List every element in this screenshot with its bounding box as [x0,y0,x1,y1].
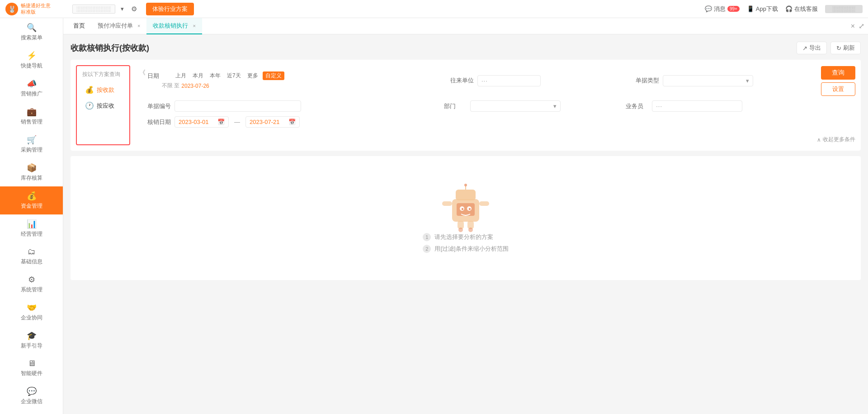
query-by-receivable[interactable]: 🕐 按应收 [82,100,124,112]
dropdown-icon[interactable]: ▾ [121,5,124,12]
app-download-button[interactable]: 📱 App下载 [747,5,778,13]
tab-writeoff[interactable]: 收款核销执行 × [146,18,202,34]
topbar: 🐰 畅捷通好生意 标准版 ░░░░░░░░░ ▾ ⚙ 体验行业方案 💬 消息 9… [0,0,868,18]
sidebar-item-smart-hardware[interactable]: 🖥 智能硬件 [0,354,63,382]
svg-point-13 [458,228,463,232]
svg-point-14 [468,228,473,232]
filter-row-3: 核销日期 2023-03-01 📅 — 2023-07-21 📅 [147,116,855,128]
calendar-icon-start: 📅 [217,119,225,125]
voucher-type-select[interactable]: ▾ [663,75,753,86]
action-buttons: 查询 设置 [821,66,855,96]
refresh-button[interactable]: ↻ 刷新 [830,42,861,54]
calendar-icon-end: 📅 [288,119,296,125]
date-label: 日期 [147,72,170,80]
layout: 🔍 搜索菜单 ⚡ 快捷导航 📣 营销推广 💼 销售管理 🛒 采购管理 📦 库存核… [0,0,868,414]
sidebar: 🔍 搜索菜单 ⚡ 快捷导航 📣 营销推广 💼 销售管理 🛒 采购管理 📦 库存核… [0,18,63,414]
robot-illustration [439,183,493,233]
svg-point-8 [464,184,467,186]
receivable-icon: 🕐 [85,101,94,110]
salesperson-select[interactable]: ··· [652,100,742,112]
headset-icon: 🎧 [785,5,793,12]
sidebar-item-inventory[interactable]: 📦 库存核算 [0,158,63,186]
handshake-icon: 🤝 [27,303,37,313]
sidebar-item-basic-info[interactable]: 🗂 基础信息 [0,243,63,270]
page-content: 收款核销执行(按收款) ↗ 导出 ↻ 刷新 按以下方案查询 [63,34,868,414]
tab-prepay[interactable]: 预付冲应付单 × [91,18,146,34]
logo-icon: 🐰 [5,3,18,15]
tab-close-prepay[interactable]: × [137,23,140,29]
window-close-button[interactable]: × [851,22,855,30]
sidebar-item-sales[interactable]: 💼 销售管理 [0,102,63,130]
export-icon: ↗ [802,45,807,52]
app-name-selector[interactable]: ░░░░░░░░░ [72,5,115,14]
settings-gear-icon[interactable]: ⚙ [131,5,137,13]
tabs-end: × ⤢ [851,22,864,30]
sidebar-item-capital[interactable]: 💰 资金管理 [0,186,63,214]
sidebar-item-label: 企业微信 [21,398,42,405]
date-shortcuts: 上月 本月 本年 近7天 更多 自定义 [174,71,284,80]
sidebar-item-purchase[interactable]: 🛒 采购管理 [0,130,63,158]
sidebar-item-search[interactable]: 🔍 搜索菜单 [0,18,63,46]
this-year-shortcut[interactable]: 本年 [208,71,222,80]
sidebar-item-system[interactable]: ⚙ 系统管理 [0,270,63,298]
query-button[interactable]: 查询 [821,66,855,80]
sidebar-item-quick-nav[interactable]: ⚡ 快捷导航 [0,46,63,74]
page-actions: ↗ 导出 ↻ 刷新 [797,42,861,54]
svg-rect-1 [457,203,475,216]
more-dates-shortcut[interactable]: 更多 [245,71,260,80]
megaphone-icon: 📣 [27,79,37,89]
query-type-panel: 按以下方案查询 💰 按收款 🕐 按应收 [76,65,130,145]
this-month-shortcut[interactable]: 本月 [191,71,205,80]
query-by-receipt[interactable]: 💰 按收款 [82,84,124,96]
svg-rect-6 [456,190,476,200]
messages-button[interactable]: 💬 消息 99+ [705,5,740,13]
sidebar-item-vip[interactable]: V 畅会员 [0,410,63,414]
setting-button[interactable]: 设置 [821,82,855,96]
sidebar-item-wechat[interactable]: 💬 企业微信 [0,382,63,410]
collapse-query-button[interactable]: 《 [137,67,147,79]
tabs-bar: 首页 预付冲应付单 × 收款核销执行 × × ⤢ [63,18,868,34]
empty-tip-2: 2 用[过滤]条件来缩小分析范围 [423,245,508,253]
last-7days-shortcut[interactable]: 近7天 [225,71,243,80]
last-month-shortcut[interactable]: 上月 [174,71,188,80]
monitor-icon: 🖥 [28,359,36,368]
message-label: 消息 [714,5,726,13]
svg-rect-9 [442,201,452,206]
tab-home[interactable]: 首页 [67,18,91,34]
bill-number-filter: 单据编号 [147,100,435,112]
solution-button[interactable]: 体验行业方案 [146,3,194,15]
wechat-icon: 💬 [27,386,37,396]
writeoff-start-date[interactable]: 2023-03-01 📅 [175,116,229,128]
cart-icon: 🛒 [27,135,37,145]
chart-icon: 📊 [27,219,37,229]
export-button[interactable]: ↗ 导出 [797,42,827,54]
bill-number-input[interactable] [175,100,301,112]
filter-area: 日期 上月 本月 本年 近7天 更多 自定义 [147,65,855,145]
writeoff-date-label: 核销日期 [147,118,171,126]
sidebar-item-newbie[interactable]: 🎓 新手引导 [0,326,63,354]
sidebar-item-label: 资金管理 [21,202,42,210]
sidebar-item-enterprise-collab[interactable]: 🤝 企业协同 [0,298,63,326]
salesperson-filter: 业务员 ··· [626,100,798,112]
writeoff-end-date[interactable]: 2023-07-21 📅 [245,116,300,128]
online-service-button[interactable]: 🎧 在线客服 [785,5,818,13]
phone-icon: 📱 [747,5,754,12]
receipt-icon: 💰 [85,86,94,94]
briefcase-icon: 💼 [27,107,37,117]
dept-select[interactable]: ▾ [470,100,561,112]
date-range-prefix: 不限 至 [162,82,179,90]
user-profile[interactable]: ░░░░░░ [825,6,863,12]
collapse-more-button[interactable]: ∧ 收起更多条件 [817,136,855,143]
custom-date-shortcut[interactable]: 自定义 [263,71,284,80]
sidebar-item-operations[interactable]: 📊 经营管理 [0,214,63,243]
sidebar-item-label: 经营管理 [21,230,42,238]
collapse-more-icon: ∧ [817,137,821,143]
svg-point-5 [469,208,471,210]
sidebar-item-marketing[interactable]: 📣 营销推广 [0,74,63,102]
voucher-type-label: 单据类型 [636,76,659,85]
empty-tip-1: 1 请先选择要分析的方案 [423,233,508,241]
tab-close-writeoff[interactable]: × [193,23,195,29]
window-expand-button[interactable]: ⤢ [859,22,864,30]
package-icon: 📦 [27,163,37,173]
partner-select[interactable]: ··· [477,75,541,86]
